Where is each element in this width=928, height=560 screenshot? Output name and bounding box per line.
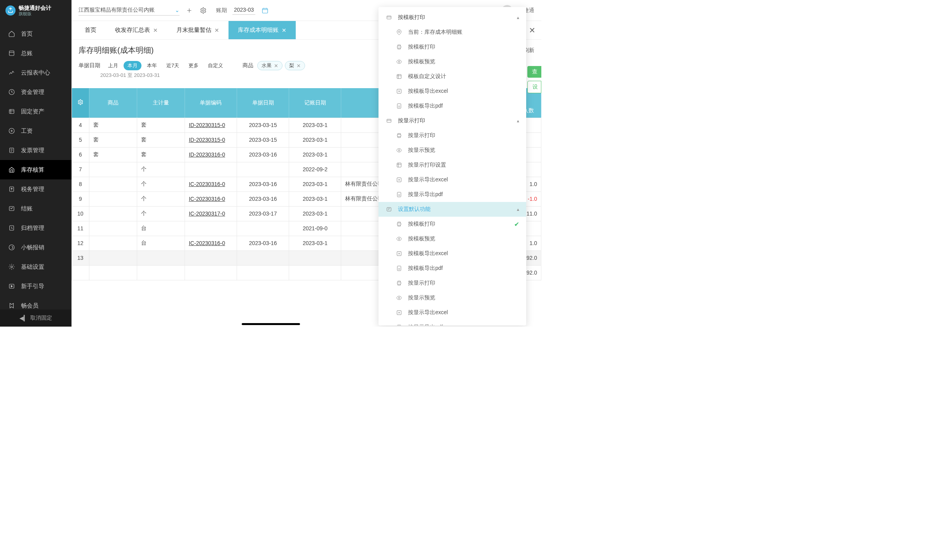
date-filter: 单据日期 上月本月本年近7天更多自定义 <box>78 61 227 70</box>
dd-item-2-1[interactable]: 按模板预览 <box>379 231 526 246</box>
col-postdate[interactable]: 记账日期 <box>289 88 341 118</box>
cell-seq: 8 <box>72 177 89 191</box>
nav-icon <box>8 108 16 115</box>
dd-item-0-5[interactable]: 按模板导出pdf <box>379 99 526 113</box>
row-config-icon[interactable] <box>72 88 89 118</box>
date-range-3[interactable]: 近7天 <box>162 61 183 70</box>
sidebar-item-2[interactable]: 云报表中心 <box>0 63 72 82</box>
dd-group-0[interactable]: 按模板打印▴ <box>379 10 526 25</box>
dd-item-1-3[interactable]: 按显示导出excel <box>379 172 526 187</box>
dd-item-icon <box>396 29 403 36</box>
tab-3[interactable]: 库存成本明细账✕ <box>229 21 296 39</box>
sidebar-item-11[interactable]: 小畅报销 <box>0 238 72 257</box>
dd-item-0-2[interactable]: 按模板预览 <box>379 54 526 69</box>
dd-item-label: 按显示预览 <box>408 294 435 301</box>
cell-product <box>89 206 137 221</box>
cell-unit: 套 <box>137 132 185 147</box>
nav-icon <box>8 263 16 271</box>
col-product[interactable]: 商品 <box>89 88 137 118</box>
product-chip-1[interactable]: 梨✕ <box>285 61 305 70</box>
sidebar-nav: 首页总账云报表中心资金管理固定资产工资发票管理库存核算税务管理结账归档管理小畅报… <box>0 21 72 310</box>
calendar-icon[interactable] <box>261 6 269 15</box>
dd-item-label: 按模板打印 <box>408 43 435 50</box>
sidebar-item-8[interactable]: 税务管理 <box>0 179 72 199</box>
tab-1[interactable]: 收发存汇总表✕ <box>106 21 167 39</box>
sidebar-unpin[interactable]: ◀▎ 取消固定 <box>0 310 72 327</box>
sidebar-item-13[interactable]: 新手引导 <box>0 277 72 296</box>
date-range-4[interactable]: 更多 <box>185 61 202 70</box>
sidebar-item-14[interactable]: 畅会员 <box>0 296 72 310</box>
tab-close-icon[interactable]: ✕ <box>153 27 158 33</box>
cell-docdate: 2023-03-16 <box>237 191 289 206</box>
cell-doc: IC-20230316-0 <box>185 236 237 250</box>
sidebar-item-7[interactable]: 库存核算 <box>0 160 72 179</box>
dd-item-icon <box>396 88 403 95</box>
doc-link[interactable]: IC-20230316-0 <box>189 196 225 202</box>
col-doc[interactable]: 单据编码 <box>185 88 237 118</box>
dd-item-2-4[interactable]: 按显示打印 <box>379 276 526 290</box>
sidebar-item-12[interactable]: 基础设置 <box>0 257 72 277</box>
col-docdate[interactable]: 单据日期 <box>237 88 289 118</box>
tab-close-icon[interactable]: ✕ <box>215 27 219 33</box>
dd-group-1[interactable]: 按显示打印▴ <box>379 113 526 128</box>
sidebar-item-10[interactable]: 归档管理 <box>0 218 72 238</box>
col-unit[interactable]: 主计量 <box>137 88 185 118</box>
dd-item-2-2[interactable]: 按模板导出excel <box>379 246 526 261</box>
dd-item-2-3[interactable]: 按模板导出pdf <box>379 261 526 276</box>
side-settings-button[interactable]: 设 <box>527 81 541 93</box>
sidebar-item-1[interactable]: 总账 <box>0 43 72 63</box>
dd-item-1-2[interactable]: 按显示打印设置 <box>379 158 526 172</box>
cell-postdate: 2023-03-1 <box>289 118 341 132</box>
dd-item-1-0[interactable]: 按显示打印 <box>379 128 526 143</box>
doc-link[interactable]: IC-20230316-0 <box>189 181 225 187</box>
dd-item-label: 按显示打印 <box>408 132 435 139</box>
tab-0[interactable]: 首页 <box>75 21 106 39</box>
sidebar-item-5[interactable]: 工资 <box>0 121 72 141</box>
period-value[interactable]: 2023-03 <box>232 6 255 15</box>
sidebar-footer-label: 取消固定 <box>30 315 52 322</box>
side-query-button[interactable]: 查 <box>527 66 541 78</box>
date-range-2[interactable]: 本年 <box>143 61 161 70</box>
dd-group-2[interactable]: 设置默认功能▴ <box>379 202 526 217</box>
doc-link[interactable]: IC-20230316-0 <box>189 240 225 246</box>
date-range-0[interactable]: 上月 <box>104 61 122 70</box>
dd-item-1-4[interactable]: 按显示导出pdf <box>379 187 526 202</box>
dd-item-icon <box>396 324 403 325</box>
product-chip-0[interactable]: 水果✕ <box>257 61 283 70</box>
chip-remove-icon[interactable]: ✕ <box>297 63 301 69</box>
sidebar-item-0[interactable]: 首页 <box>0 24 72 43</box>
dd-item-2-7[interactable]: 按显示导出pdf <box>379 320 526 325</box>
date-range-5[interactable]: 自定义 <box>204 61 227 70</box>
dd-item-1-1[interactable]: 按显示预览 <box>379 143 526 158</box>
sidebar-item-4[interactable]: 固定资产 <box>0 102 72 121</box>
sidebar-item-label: 工资 <box>21 127 33 135</box>
doc-link[interactable]: IC-20230317-0 <box>189 210 225 217</box>
sidebar-item-9[interactable]: 结账 <box>0 199 72 218</box>
dd-item-2-5[interactable]: 按显示预览 <box>379 290 526 305</box>
chip-remove-icon[interactable]: ✕ <box>274 63 278 69</box>
sidebar-item-6[interactable]: 发票管理 <box>0 141 72 160</box>
cell-seq: 11 <box>72 221 89 236</box>
dd-item-0-0[interactable]: 当前：库存成本明细账 <box>379 25 526 40</box>
sidebar-item-3[interactable]: 资金管理 <box>0 82 72 102</box>
add-icon[interactable] <box>185 6 194 15</box>
doc-link[interactable]: ID-20230315-0 <box>189 137 225 143</box>
dd-item-0-3[interactable]: 模板自定义设计 <box>379 69 526 84</box>
dd-item-2-6[interactable]: 按显示导出excel <box>379 305 526 320</box>
doc-link[interactable]: ID-20230315-0 <box>189 122 225 128</box>
company-select[interactable]: 江西服宝精品有限责任公司内账 ⌄ <box>78 7 180 16</box>
tab-close-icon[interactable]: ✕ <box>282 27 286 33</box>
cell-docdate: 2023-03-16 <box>237 236 289 250</box>
dd-item-2-0[interactable]: 按模板打印✔ <box>379 217 526 231</box>
cell-doc: IC-20230316-0 <box>185 177 237 191</box>
nav-icon <box>8 185 16 193</box>
cell-seq: 9 <box>72 191 89 206</box>
dd-item-0-4[interactable]: 按模板导出excel <box>379 84 526 99</box>
tab-2[interactable]: 月末批量暂估✕ <box>167 21 229 39</box>
dd-item-0-1[interactable]: 按模板打印 <box>379 40 526 54</box>
cell-doc: ID-20230315-0 <box>185 132 237 147</box>
gear-icon[interactable] <box>199 6 208 15</box>
doc-link[interactable]: ID-20230316-0 <box>189 151 225 158</box>
cell-postdate: 2023-03-1 <box>289 177 341 191</box>
date-range-1[interactable]: 本月 <box>124 61 141 70</box>
